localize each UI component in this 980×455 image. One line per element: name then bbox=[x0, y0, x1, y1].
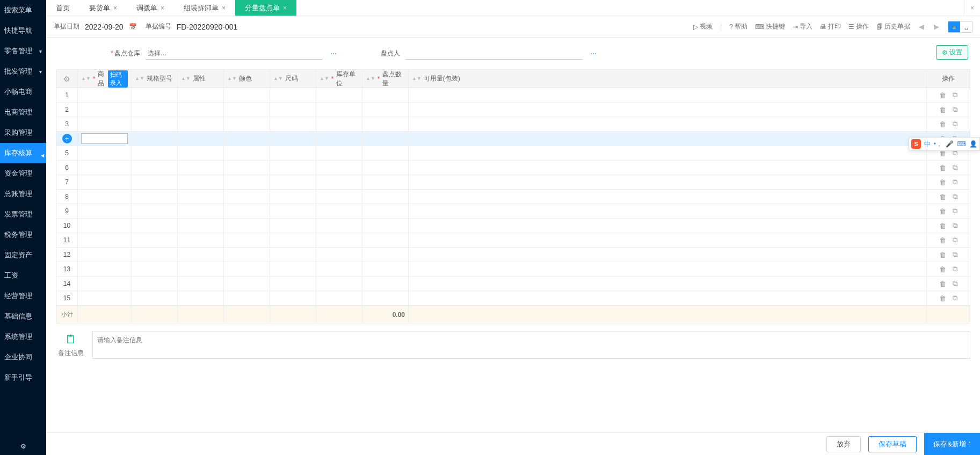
cell-color[interactable] bbox=[224, 146, 270, 160]
sidebar-item-13[interactable]: 工资 bbox=[0, 265, 46, 286]
copy-row-icon[interactable]: ⧉ bbox=[953, 236, 957, 244]
cell-unit[interactable] bbox=[316, 117, 362, 131]
cell-color[interactable] bbox=[224, 262, 270, 276]
cell-spec[interactable] bbox=[132, 204, 178, 218]
cell-unit[interactable] bbox=[316, 277, 362, 291]
copy-row-icon[interactable]: ⧉ bbox=[953, 221, 957, 230]
sidebar-item-18[interactable]: 新手引导 bbox=[0, 367, 46, 388]
delete-row-icon[interactable]: 🗑 bbox=[939, 91, 946, 99]
close-icon[interactable]: × bbox=[161, 4, 164, 12]
cell-attr[interactable] bbox=[178, 248, 224, 262]
copy-row-icon[interactable]: ⧉ bbox=[953, 265, 957, 273]
table-row[interactable]: 8🗑⧉ bbox=[56, 190, 970, 204]
delete-row-icon[interactable]: 🗑 bbox=[939, 236, 946, 244]
cell-qty[interactable] bbox=[362, 277, 409, 291]
copy-row-icon[interactable]: ⧉ bbox=[953, 91, 957, 99]
sidebar-item-2[interactable]: 零售管理▾ bbox=[0, 41, 46, 61]
delete-row-icon[interactable]: 🗑 bbox=[939, 294, 946, 302]
warehouse-input[interactable] bbox=[146, 47, 323, 60]
cell-goods[interactable] bbox=[78, 117, 132, 131]
cell-goods[interactable] bbox=[78, 190, 132, 204]
sidebar-item-15[interactable]: 基础信息 bbox=[0, 306, 46, 327]
cell-unit[interactable] bbox=[316, 103, 362, 117]
sidebar-item-4[interactable]: 小畅电商 bbox=[0, 82, 46, 102]
ime-lang-button[interactable]: 中 bbox=[924, 140, 931, 149]
cell-color[interactable] bbox=[224, 175, 270, 189]
cell-attr[interactable] bbox=[178, 190, 224, 204]
cell-size[interactable] bbox=[270, 117, 316, 131]
cell-attr[interactable] bbox=[178, 103, 224, 117]
person-input[interactable] bbox=[405, 47, 583, 60]
cell-attr[interactable] bbox=[178, 88, 224, 102]
doc-date-value[interactable]: 2022-09-20 bbox=[85, 23, 124, 31]
help-button[interactable]: ?帮助 bbox=[729, 22, 747, 31]
cell-goods[interactable] bbox=[78, 175, 132, 189]
cell-unit[interactable] bbox=[316, 161, 362, 175]
cell-size[interactable] bbox=[270, 277, 316, 291]
cell-qty[interactable] bbox=[362, 248, 409, 262]
copy-row-icon[interactable]: ⧉ bbox=[953, 294, 957, 302]
table-row[interactable]: 2🗑⧉ bbox=[56, 103, 970, 117]
prev-doc-button[interactable]: ◀ bbox=[918, 23, 925, 31]
cell-color[interactable] bbox=[224, 219, 270, 233]
col-avail[interactable]: ▲▼可用量(包装) bbox=[409, 70, 927, 88]
cell-goods[interactable] bbox=[78, 262, 132, 276]
cell-attr[interactable] bbox=[178, 161, 224, 175]
cell-spec[interactable] bbox=[132, 219, 178, 233]
copy-row-icon[interactable]: ⧉ bbox=[953, 250, 957, 259]
cell-color[interactable] bbox=[224, 204, 270, 218]
save-new-button[interactable]: 保存&新增 ˄ bbox=[924, 433, 980, 456]
delete-row-icon[interactable]: 🗑 bbox=[939, 178, 946, 186]
add-row-button[interactable]: + bbox=[62, 134, 72, 143]
ime-user-icon[interactable]: 👤 bbox=[969, 140, 977, 148]
cell-avail[interactable] bbox=[409, 204, 927, 218]
cell-qty[interactable] bbox=[362, 233, 409, 247]
table-row[interactable]: 11🗑⧉ bbox=[56, 233, 970, 248]
sidebar-item-16[interactable]: 系统管理 bbox=[0, 327, 46, 347]
col-goods[interactable]: ▲▼*商品扫码录入 bbox=[78, 70, 132, 88]
sidebar-item-3[interactable]: 批发管理▾ bbox=[0, 61, 46, 82]
sidebar-item-0[interactable]: 搜索菜单 bbox=[0, 0, 46, 20]
cell-unit[interactable] bbox=[316, 88, 362, 102]
cell-color[interactable] bbox=[224, 248, 270, 262]
cell-qty[interactable] bbox=[362, 204, 409, 218]
remarks-input[interactable] bbox=[92, 331, 970, 359]
cell-attr[interactable] bbox=[178, 132, 224, 146]
view-list-button[interactable]: ≡ bbox=[948, 21, 960, 32]
cell-attr[interactable] bbox=[178, 146, 224, 160]
cell-avail[interactable] bbox=[409, 132, 927, 146]
discard-button[interactable]: 放弃 bbox=[826, 436, 861, 452]
tab-1[interactable]: 要货单× bbox=[79, 0, 127, 16]
cell-attr[interactable] bbox=[178, 204, 224, 218]
cell-spec[interactable] bbox=[132, 277, 178, 291]
sidebar-item-7[interactable]: 库存核算 bbox=[0, 143, 46, 163]
cell-unit[interactable] bbox=[316, 190, 362, 204]
header-gear[interactable]: ⚙ bbox=[56, 70, 78, 88]
cell-goods[interactable] bbox=[78, 219, 132, 233]
sidebar-item-1[interactable]: 快捷导航 bbox=[0, 20, 46, 41]
cell-qty[interactable] bbox=[362, 117, 409, 131]
goods-input[interactable] bbox=[81, 133, 128, 144]
cell-avail[interactable] bbox=[409, 190, 927, 204]
cell-unit[interactable] bbox=[316, 175, 362, 189]
cell-attr[interactable] bbox=[178, 219, 224, 233]
tab-2[interactable]: 调拨单× bbox=[127, 0, 174, 16]
delete-row-icon[interactable]: 🗑 bbox=[939, 251, 946, 259]
print-button[interactable]: 🖶打印 bbox=[820, 22, 841, 31]
cell-spec[interactable] bbox=[132, 175, 178, 189]
ime-punct-icon[interactable]: •， bbox=[934, 140, 942, 149]
cell-avail[interactable] bbox=[409, 291, 927, 305]
cell-size[interactable] bbox=[270, 204, 316, 218]
cell-unit[interactable] bbox=[316, 248, 362, 262]
tab-0[interactable]: 首页 bbox=[46, 0, 79, 16]
cell-size[interactable] bbox=[270, 291, 316, 305]
history-button[interactable]: 🗐历史单据 bbox=[876, 22, 910, 31]
cell-spec[interactable] bbox=[132, 190, 178, 204]
cell-goods[interactable] bbox=[78, 146, 132, 160]
cell-attr[interactable] bbox=[178, 277, 224, 291]
cell-size[interactable] bbox=[270, 233, 316, 247]
cell-avail[interactable] bbox=[409, 175, 927, 189]
cell-unit[interactable] bbox=[316, 262, 362, 276]
cell-attr[interactable] bbox=[178, 262, 224, 276]
cell-color[interactable] bbox=[224, 190, 270, 204]
